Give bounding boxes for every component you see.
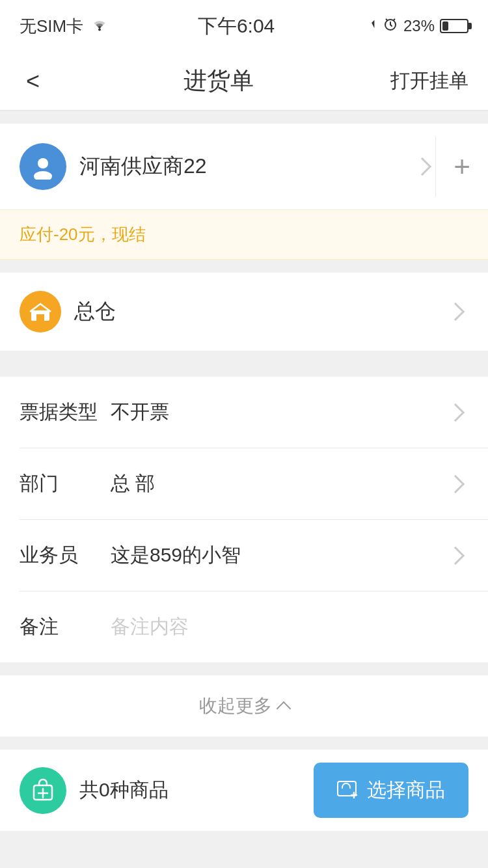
- department-value: 总 部: [111, 470, 449, 497]
- battery-percentage: 23%: [403, 17, 435, 35]
- mid-separator: [0, 260, 488, 273]
- remarks-input[interactable]: 备注内容: [111, 614, 468, 640]
- wifi-icon: [90, 17, 109, 35]
- supplier-add-button[interactable]: +: [436, 124, 488, 210]
- ticket-type-label: 票据类型: [20, 399, 111, 426]
- status-icons: 23%: [363, 16, 468, 36]
- select-goods-button[interactable]: 选择商品: [314, 763, 468, 818]
- goods-icon: [20, 767, 66, 814]
- department-label: 部门: [20, 470, 111, 497]
- back-button[interactable]: <: [20, 61, 46, 102]
- department-row[interactable]: 部门 总 部: [0, 448, 488, 519]
- notice-banner: 应付-20元，现结: [0, 210, 488, 260]
- chevron-up-icon: [277, 701, 291, 716]
- status-bar: 无SIM卡 下午6:04 23%: [0, 0, 488, 52]
- svg-point-2: [38, 158, 48, 169]
- salesperson-label: 业务员: [20, 542, 111, 569]
- svg-point-0: [98, 29, 101, 31]
- ticket-type-row[interactable]: 票据类型 不开票: [0, 377, 488, 448]
- warehouse-chevron-icon: [446, 303, 465, 321]
- warehouse-row[interactable]: 总仓: [0, 273, 488, 351]
- notice-text: 应付-20元，现结: [20, 224, 146, 244]
- collapse-row[interactable]: 收起更多: [0, 675, 488, 737]
- remarks-label: 备注: [20, 614, 111, 640]
- supplier-avatar: [20, 143, 66, 190]
- salesperson-value: 这是859的小智: [111, 542, 449, 569]
- status-carrier: 无SIM卡: [20, 15, 109, 38]
- remarks-row[interactable]: 备注 备注内容: [0, 591, 488, 662]
- goods-count: 共0种商品: [79, 777, 314, 804]
- select-goods-label: 选择商品: [367, 777, 445, 804]
- page-title: 进货单: [183, 65, 254, 97]
- top-separator: [0, 111, 488, 124]
- supplier-name: 河南供应商22: [79, 152, 416, 181]
- bottom-bar: 共0种商品 选择商品: [0, 750, 488, 831]
- svg-point-3: [34, 171, 52, 180]
- form-separator: [0, 351, 488, 364]
- salesperson-row[interactable]: 业务员 这是859的小智: [0, 520, 488, 591]
- svg-rect-5: [36, 314, 44, 321]
- supplier-section: 河南供应商22 +: [0, 124, 488, 210]
- salesperson-chevron-icon: [446, 546, 465, 564]
- location-icon: [363, 17, 377, 35]
- alarm-icon: [383, 16, 398, 36]
- battery-icon: [440, 19, 468, 33]
- ticket-type-chevron-icon: [446, 403, 465, 421]
- warehouse-name: 总仓: [74, 297, 449, 326]
- open-pending-button[interactable]: 打开挂单: [390, 68, 468, 94]
- carrier-text: 无SIM卡: [20, 15, 83, 38]
- supplier-chevron-icon: [413, 157, 431, 176]
- form-section: 票据类型 不开票 部门 总 部 业务员 这是859的小智 备注 备注内容: [0, 377, 488, 662]
- supplier-selector[interactable]: 河南供应商22: [0, 124, 435, 210]
- ticket-type-value: 不开票: [111, 399, 449, 426]
- collapse-text: 收起更多: [199, 694, 272, 718]
- department-chevron-icon: [446, 474, 465, 493]
- status-time: 下午6:04: [198, 13, 275, 40]
- nav-bar: < 进货单 打开挂单: [0, 52, 488, 111]
- warehouse-icon: [20, 291, 61, 332]
- main-content: 河南供应商22 + 应付-20元，现结 总仓 票据类型 不开票: [0, 111, 488, 831]
